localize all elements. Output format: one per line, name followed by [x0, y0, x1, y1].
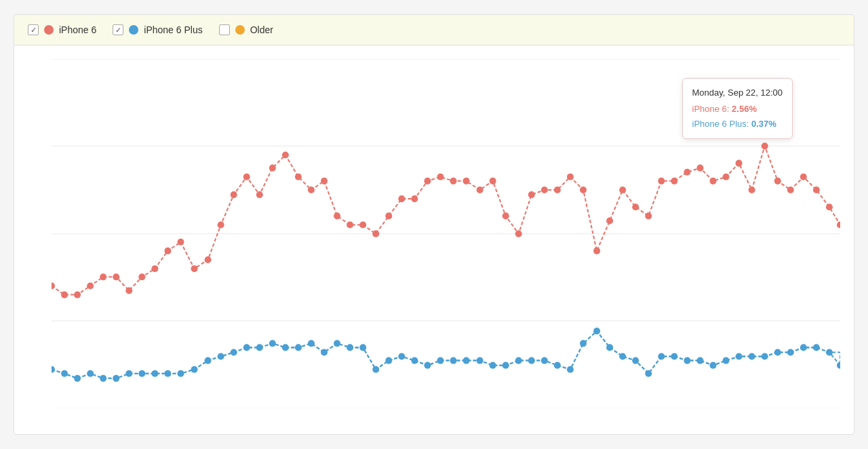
chart-area: 4% 3% 2% 1%	[14, 45, 854, 442]
svg-point-124	[736, 353, 743, 359]
svg-point-11	[74, 292, 81, 298]
svg-point-66	[787, 187, 794, 193]
svg-point-83	[205, 357, 212, 364]
svg-point-26	[269, 165, 276, 172]
svg-point-59	[696, 165, 703, 172]
svg-point-29	[308, 187, 315, 193]
svg-point-16	[138, 273, 145, 280]
svg-point-127	[774, 349, 781, 355]
svg-point-105	[490, 362, 496, 369]
svg-point-128	[787, 349, 794, 355]
svg-point-84	[218, 353, 224, 359]
svg-point-67	[800, 174, 807, 180]
svg-point-118	[658, 353, 665, 359]
svg-point-54	[632, 203, 639, 210]
svg-point-47	[541, 187, 548, 193]
svg-point-99	[411, 357, 418, 364]
svg-point-60	[710, 178, 717, 184]
svg-point-123	[723, 357, 730, 364]
svg-point-94	[347, 344, 353, 351]
svg-point-117	[645, 370, 652, 377]
svg-point-28	[295, 174, 302, 180]
svg-point-116	[632, 357, 639, 364]
svg-point-77	[125, 370, 132, 377]
svg-point-87	[256, 344, 263, 351]
svg-point-120	[684, 357, 690, 364]
svg-point-75	[100, 375, 106, 382]
legend-dot-iphone6plus	[129, 25, 138, 35]
svg-point-76	[113, 375, 119, 382]
svg-point-103	[463, 357, 470, 364]
svg-point-31	[334, 212, 340, 219]
svg-point-52	[606, 217, 613, 224]
svg-point-119	[671, 353, 677, 359]
svg-point-131	[826, 349, 833, 355]
svg-point-69	[826, 203, 833, 210]
svg-point-49	[567, 174, 574, 180]
svg-point-13	[100, 273, 106, 280]
svg-point-74	[87, 370, 94, 377]
svg-point-50	[580, 187, 587, 193]
svg-point-126	[762, 353, 768, 359]
svg-point-81	[177, 370, 184, 377]
svg-point-98	[398, 353, 405, 359]
svg-point-17	[151, 265, 158, 272]
svg-point-88	[269, 340, 276, 347]
svg-point-73	[74, 375, 81, 382]
svg-point-82	[191, 366, 198, 373]
svg-point-46	[528, 191, 535, 198]
svg-point-44	[502, 212, 509, 219]
svg-point-96	[372, 366, 379, 373]
svg-point-93	[334, 340, 340, 347]
svg-point-89	[282, 344, 289, 351]
svg-point-109	[541, 357, 548, 364]
svg-point-33	[359, 221, 366, 228]
svg-point-121	[696, 357, 703, 364]
svg-point-34	[372, 231, 379, 237]
svg-point-101	[437, 357, 443, 364]
svg-point-62	[736, 160, 743, 167]
svg-point-22	[218, 221, 224, 228]
svg-point-113	[593, 328, 600, 334]
legend-checkbox-iphone6plus[interactable]	[113, 24, 123, 35]
svg-point-43	[490, 178, 496, 184]
iphone6-dots	[52, 142, 840, 298]
svg-point-51	[593, 248, 600, 254]
svg-point-10	[61, 292, 68, 298]
svg-point-53	[619, 187, 626, 193]
svg-point-55	[645, 212, 652, 219]
chart-svg: 4% 3% 2% 1%	[52, 59, 840, 408]
svg-point-91	[308, 340, 315, 347]
svg-point-40	[450, 178, 457, 184]
svg-point-122	[710, 362, 717, 369]
svg-point-100	[424, 362, 431, 369]
svg-point-108	[528, 357, 535, 364]
svg-point-63	[749, 187, 755, 193]
legend-item-iphone6plus[interactable]: iPhone 6 Plus	[113, 24, 202, 35]
legend-checkbox-iphone6[interactable]	[28, 24, 39, 35]
svg-point-23	[231, 191, 237, 198]
svg-point-115	[619, 353, 626, 359]
svg-point-20	[191, 265, 198, 272]
svg-point-70	[837, 221, 840, 228]
legend-label-iphone6: iPhone 6	[59, 24, 96, 35]
svg-point-37	[411, 195, 418, 202]
legend-item-older[interactable]: Older	[219, 24, 273, 35]
svg-point-45	[515, 231, 522, 237]
legend: iPhone 6 iPhone 6 Plus Older	[14, 15, 854, 45]
legend-dot-older	[235, 25, 245, 35]
svg-point-92	[321, 349, 328, 355]
legend-dot-iphone6	[44, 25, 54, 35]
svg-point-125	[749, 353, 755, 359]
svg-point-65	[774, 178, 781, 184]
svg-point-18	[164, 248, 171, 254]
svg-point-35	[385, 212, 392, 219]
svg-point-61	[723, 174, 730, 180]
svg-point-72	[61, 370, 68, 377]
legend-checkbox-older[interactable]	[219, 24, 230, 35]
svg-point-112	[580, 340, 587, 347]
chart-container: iPhone 6 iPhone 6 Plus Older 4% 3% 2% 1%	[14, 14, 854, 435]
svg-point-79	[151, 370, 158, 377]
legend-item-iphone6[interactable]: iPhone 6	[28, 24, 96, 35]
legend-label-iphone6plus: iPhone 6 Plus	[144, 24, 202, 35]
